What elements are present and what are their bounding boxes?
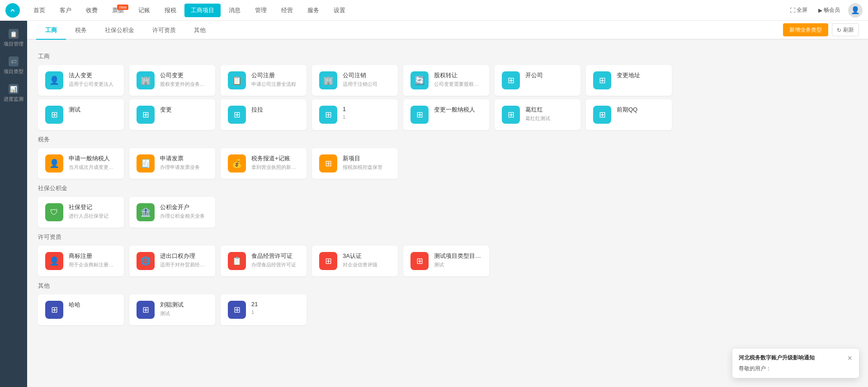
nav-message[interactable]: 消息 — [222, 4, 247, 17]
sidebar-item-project-manage[interactable]: 📋 项目管理 — [1, 25, 26, 51]
card-desc-liucong-ceshi: 测试 — [160, 310, 208, 317]
card-icon-kai-gongsi: ⊞ — [502, 71, 520, 89]
card-icon-ceshi: ⊞ — [45, 106, 63, 124]
card-twentyone[interactable]: ⊞ 21 1 — [221, 294, 307, 325]
nav-right-area: ⛶ 全屏 ▶ 畅会员 👤 — [787, 3, 863, 18]
nav-customer[interactable]: 客户 — [53, 4, 78, 17]
nav-ticket[interactable]: 票据 new — [106, 4, 130, 17]
card-desc-gongsi-zhuxiao: 适用于注销公司 — [343, 81, 391, 88]
card-desc-3a: 对企业信誉评级 — [343, 261, 391, 268]
sidebar-item-progress[interactable]: 📊 进度监测 — [1, 80, 26, 106]
card-jinchukouquan[interactable]: 🌐 进出口权办理 适用于对外贸易经营者 — [129, 246, 215, 276]
card-shenqing-fapiao[interactable]: 🧾 申请发票 办理申请发票业务 — [129, 148, 215, 179]
card-title-shenqing-fapiao: 申请发票 — [160, 154, 208, 163]
card-biangeng-nashui[interactable]: ⊞ 变更一般纳税人 — [403, 99, 489, 130]
ticket-badge: new — [117, 5, 128, 10]
card-desc-shipin-xuke: 办理食品经营许可证 — [251, 261, 299, 268]
refresh-button[interactable]: ↻ 刷新 — [832, 23, 859, 37]
card-kai-gongsi[interactable]: ⊞ 开公司 — [495, 65, 580, 96]
tab-gongshang[interactable]: 工商 — [36, 21, 66, 40]
add-type-button[interactable]: 新增业务类型 — [783, 23, 828, 37]
tab-qita[interactable]: 其他 — [185, 21, 215, 40]
nav-fee[interactable]: 收费 — [80, 4, 104, 17]
card-desc-guquan: 公司变更需要股权转让 — [434, 81, 482, 88]
card-guquan-zhuanrang[interactable]: 🔄 股权转让 公司变更需要股权转让 — [403, 65, 489, 96]
card-xin-xiangmu[interactable]: ⊞ 新项目 报税加税控盘保管 — [312, 148, 398, 179]
card-icon-qianqi-qq: ⊞ — [593, 106, 611, 124]
card-title-biangeng2: 变更 — [160, 106, 208, 114]
xuke-cards-grid: 👤 商标注册 用于企业商标注册服务 🌐 进出口权办理 适用于对外贸易经营者 📋 — [38, 246, 857, 276]
card-icon-xin-xiangmu: ⊞ — [319, 154, 337, 173]
card-shebao-dengji[interactable]: 🛡 社保登记 进行人员社保登记 — [38, 197, 124, 228]
fullscreen-icon: ⛶ — [790, 7, 795, 14]
card-desc-shangbiao-zhuce: 用于企业商标注册服务 — [69, 261, 117, 268]
nav-service[interactable]: 服务 — [301, 4, 326, 17]
card-lala[interactable]: ⊞ 拉拉 — [221, 99, 307, 130]
card-desc-shenqing-nashui: 当月或次月成变更完成 — [69, 164, 117, 171]
card-gongsi-biangeng[interactable]: 🏢 公司变更 股权变更外的业务变更 — [129, 65, 215, 96]
card-icon-guquan: 🔄 — [410, 71, 429, 89]
section-title-qita: 其他 — [38, 282, 857, 290]
gongshang-cards-grid-2: ⊞ 测试 ⊞ 变更 ⊞ 拉拉 — [38, 99, 857, 130]
tab-xuke[interactable]: 许可资质 — [143, 21, 185, 40]
card-title-shangbiao-zhuce: 商标注册 — [69, 252, 117, 260]
card-title-gehong: 葛红红 — [525, 106, 573, 114]
card-icon-gongsi-zhuxiao: 🏢 — [319, 71, 337, 89]
project-manage-icon: 📋 — [9, 29, 19, 39]
qita-cards-grid: ⊞ 哈哈 ⊞ 刘聪测试 测试 ⊞ 21 — [38, 294, 857, 325]
card-biangeng-dizhi[interactable]: ⊞ 变更地址 — [586, 65, 672, 96]
nav-accounting[interactable]: 记账 — [132, 4, 156, 17]
tab-shebao[interactable]: 社保公积金 — [96, 21, 143, 40]
nav-settings[interactable]: 设置 — [327, 4, 352, 17]
card-icon-ceshi-xiangmu: ⊞ — [410, 252, 429, 270]
card-title-xin-xiangmu: 新项目 — [343, 154, 391, 163]
card-title-gongsi-biangeng: 公司变更 — [160, 71, 208, 79]
card-icon-shenqing-fapiao: 🧾 — [137, 154, 155, 173]
card-icon-shebao-dengji: 🛡 — [45, 203, 63, 221]
section-title-gongshang: 工商 — [38, 52, 857, 61]
nav-tax[interactable]: 报税 — [158, 4, 183, 17]
card-shangbiao-zhuce[interactable]: 👤 商标注册 用于企业商标注册服务 — [38, 246, 124, 276]
app-logo — [5, 3, 20, 18]
nav-manage[interactable]: 管理 — [249, 4, 273, 17]
card-qianqi-qq[interactable]: ⊞ 前期QQ — [586, 99, 672, 130]
card-desc-gongsi-biangeng: 股权变更外的业务变更 — [160, 81, 208, 88]
card-liucong-ceshi[interactable]: ⊞ 刘聪测试 测试 — [129, 294, 215, 325]
card-title-one: 1 — [343, 106, 391, 112]
nav-home[interactable]: 首页 — [27, 4, 52, 17]
card-icon-jinchukouquan: 🌐 — [137, 252, 155, 270]
user-avatar[interactable]: 👤 — [848, 3, 863, 18]
fullscreen-button[interactable]: ⛶ 全屏 — [787, 5, 810, 15]
card-biangeng2[interactable]: ⊞ 变更 — [129, 99, 215, 130]
card-shipin-xuke[interactable]: 📋 食品经营许可证 办理食品经营许可证 — [221, 246, 307, 276]
card-title-gongsi-zhuxiao: 公司注销 — [343, 71, 391, 79]
tab-shuiwu[interactable]: 税务 — [66, 21, 96, 40]
card-gongsi-zhuce[interactable]: 📋 公司注册 申请公司注册全流程 — [221, 65, 307, 96]
tab-bar: 工商 税务 社保公积金 许可资质 其他 新增业务类型 ↻ 刷新 — [27, 21, 868, 40]
refresh-icon: ↻ — [837, 27, 841, 33]
card-fagao-biangeng[interactable]: 👤 法人变更 适用于公司变更法人 — [38, 65, 124, 96]
card-desc-fagao: 适用于公司变更法人 — [69, 81, 117, 88]
card-shenqing-nashui[interactable]: 👤 申请一般纳税人 当月或次月成变更完成 — [38, 148, 124, 179]
member-button[interactable]: ▶ 畅会员 — [816, 5, 843, 15]
card-icon-shipin-xuke: 📋 — [228, 252, 246, 270]
card-title-ceshi-xiangmu: 测试项目类型目定义 — [434, 252, 482, 260]
card-ceshi-xiangmu[interactable]: ⊞ 测试项目类型目定义 测试 — [403, 246, 489, 276]
card-icon-3a: ⊞ — [319, 252, 337, 270]
card-title-shenqing-nashui: 申请一般纳税人 — [69, 154, 117, 163]
card-icon-gongjijin-kaihu: 🏦 — [137, 203, 155, 221]
card-icon-biangeng-dizhi: ⊞ — [593, 71, 611, 89]
card-shuiwu-baodao[interactable]: 💰 税务报道+记账 拿到营业执照的新公司 — [221, 148, 307, 179]
card-one[interactable]: ⊞ 1 1 — [312, 99, 398, 130]
nav-operate[interactable]: 经营 — [275, 4, 299, 17]
sidebar-item-project-type[interactable]: 🏷 项目类型 — [1, 53, 26, 79]
card-ceshi[interactable]: ⊞ 测试 — [38, 99, 124, 130]
card-gongsi-zhuxiao[interactable]: 🏢 公司注销 适用于注销公司 — [312, 65, 398, 96]
card-haha[interactable]: ⊞ 哈哈 — [38, 294, 124, 325]
card-gehong[interactable]: ⊞ 葛红红 葛红红测试 — [495, 99, 580, 130]
card-3a[interactable]: ⊞ 3A认证 对企业信誉评级 — [312, 246, 398, 276]
card-gongjijin-kaihu[interactable]: 🏦 公积金开户 办理公积金相关业务 — [129, 197, 215, 228]
card-title-liucong-ceshi: 刘聪测试 — [160, 301, 208, 309]
nav-business[interactable]: 工商项目 — [184, 4, 221, 17]
notification-close-button[interactable]: ✕ — [847, 354, 853, 362]
